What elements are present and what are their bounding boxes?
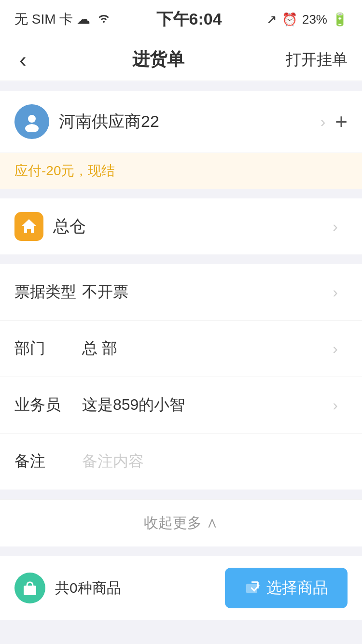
nav-bar: ‹ 进货单 打开挂单 (0, 39, 362, 81)
select-product-icon (244, 579, 262, 597)
warehouse-chevron-icon: › (333, 218, 338, 236)
invoice-label: 票据类型 (14, 281, 82, 303)
svg-rect-5 (24, 586, 36, 595)
department-chevron-icon: › (333, 340, 338, 358)
warehouse-card: 总仓 › (0, 198, 362, 254)
form-row-department[interactable]: 部门 总 部 › (0, 321, 362, 377)
salesperson-chevron-icon: › (333, 396, 338, 414)
battery-level: 23% (302, 12, 327, 27)
warehouse-icon (14, 212, 43, 241)
salesperson-value: 这是859的小智 (82, 394, 333, 416)
bottom-bar: 共0种商品 选择商品 (0, 556, 362, 620)
alarm-icon: ⏰ (282, 12, 297, 27)
department-value: 总 部 (82, 338, 333, 359)
svg-marker-2 (22, 219, 36, 226)
supplier-alert: 应付-20元，现结 (0, 153, 362, 189)
supplier-name: 河南供应商22 (59, 111, 320, 133)
svg-rect-4 (27, 229, 31, 233)
select-product-button[interactable]: 选择商品 (225, 568, 348, 608)
supplier-chevron-icon: › (320, 113, 326, 131)
wifi-icon (96, 12, 111, 27)
collapse-button[interactable]: 收起更多 ∧ (0, 499, 362, 546)
gap-warehouse (0, 189, 362, 198)
salesperson-label: 业务员 (14, 394, 82, 416)
form-row-invoice[interactable]: 票据类型 不开票 › (0, 264, 362, 321)
back-button[interactable]: ‹ (14, 43, 31, 77)
status-bar: 无 SIM 卡 ☁ 下午6:04 ↗ ⏰ 23% 🔋 (0, 0, 362, 39)
product-cart-icon (14, 573, 45, 603)
warehouse-row[interactable]: 总仓 › (0, 198, 362, 254)
status-right: ↗ ⏰ 23% 🔋 (266, 12, 348, 27)
page-title: 进货单 (132, 48, 184, 71)
remark-input[interactable]: 备注内容 (82, 451, 348, 472)
svg-point-1 (25, 124, 39, 132)
warehouse-name: 总仓 (53, 215, 333, 238)
open-pending-button[interactable]: 打开挂单 (286, 49, 348, 70)
main-content: 河南供应商22 › + 应付-20元，现结 总仓 › 票据类型 不开票 (0, 81, 362, 644)
location-icon: ↗ (266, 12, 277, 27)
add-supplier-button[interactable]: + (335, 111, 348, 132)
status-time: 下午6:04 (156, 8, 222, 30)
gap-top (0, 81, 362, 91)
form-row-remark[interactable]: 备注 备注内容 (0, 434, 362, 490)
sim-status: 无 SIM 卡 ☁ (14, 10, 90, 28)
invoice-chevron-icon: › (333, 283, 338, 301)
form-row-salesperson[interactable]: 业务员 这是859的小智 › (0, 377, 362, 434)
select-product-label: 选择商品 (266, 577, 328, 599)
department-label: 部门 (14, 338, 82, 359)
invoice-value: 不开票 (82, 281, 333, 303)
svg-point-0 (28, 115, 36, 123)
supplier-avatar (14, 104, 49, 139)
remark-label: 备注 (14, 451, 82, 472)
supplier-row[interactable]: 河南供应商22 › + (0, 91, 362, 153)
form-section: 票据类型 不开票 › 部门 总 部 › 业务员 这是859的小智 › 备注 备注… (0, 264, 362, 490)
product-count: 共0种商品 (55, 578, 225, 598)
supplier-card: 河南供应商22 › + 应付-20元，现结 (0, 91, 362, 189)
battery-icon: 🔋 (332, 12, 348, 27)
status-left: 无 SIM 卡 ☁ (14, 10, 111, 28)
